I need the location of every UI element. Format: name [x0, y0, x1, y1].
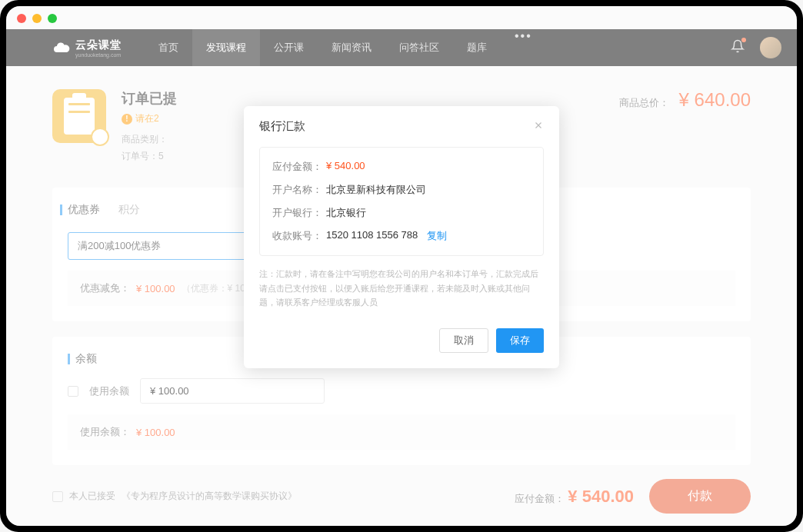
account-name-value: 北京昱新科技有限公司 [326, 183, 426, 197]
copy-button[interactable]: 复制 [427, 229, 447, 243]
bank-label: 开户银行： [272, 206, 326, 220]
cancel-button[interactable]: 取消 [439, 328, 488, 353]
amount-label: 应付金额： [272, 160, 326, 174]
bank-transfer-modal: 银行汇款 应付金额： ¥ 540.00 开户名称： 北京昱新科技有限公司 [244, 106, 559, 368]
bank-info-box: 应付金额： ¥ 540.00 开户名称： 北京昱新科技有限公司 开户银行： 北京… [259, 147, 544, 256]
close-window-icon[interactable] [17, 14, 26, 23]
account-no-label: 收款账号： [272, 229, 326, 243]
close-icon [533, 120, 544, 131]
modal-note: 注：汇款时，请在备注中写明您在我公司的用户名和本订单号，汇款完成后请点击已支付按… [259, 267, 544, 310]
maximize-window-icon[interactable] [48, 14, 57, 23]
account-no-value: 1520 1108 1556 788 [326, 229, 418, 243]
account-name-label: 开户名称： [272, 183, 326, 197]
modal-close-button[interactable] [533, 118, 544, 135]
amount-value: ¥ 540.00 [326, 160, 365, 174]
modal-title: 银行汇款 [259, 119, 305, 134]
bank-value: 北京银行 [326, 206, 366, 220]
save-button[interactable]: 保存 [496, 328, 544, 353]
modal-overlay: 银行汇款 应付金额： ¥ 540.00 开户名称： 北京昱新科技有限公司 [6, 6, 797, 526]
minimize-window-icon[interactable] [32, 14, 42, 23]
window-controls [17, 14, 57, 23]
